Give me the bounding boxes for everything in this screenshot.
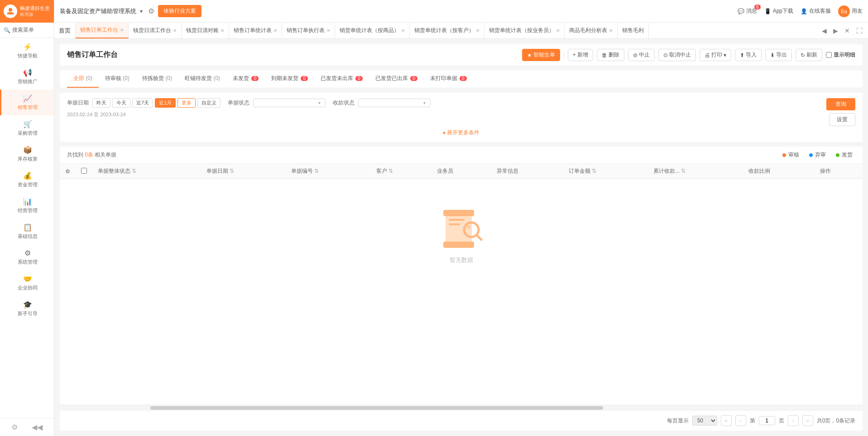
tab-sales-exec[interactable]: 销售订单执行表 ✕ bbox=[282, 23, 335, 38]
filter-setting-btn[interactable]: 设置 bbox=[829, 113, 855, 126]
col-settings[interactable]: ⚙ bbox=[60, 164, 76, 179]
tab-close-icon[interactable]: ✕ bbox=[476, 28, 480, 33]
sidebar-item-quick-nav[interactable]: ⚡ 快捷导航 bbox=[0, 38, 54, 64]
tab-fullscreen-btn[interactable]: ⛶ bbox=[854, 26, 864, 35]
revoke-action[interactable]: 弃审 bbox=[806, 150, 829, 160]
show-details-input[interactable] bbox=[826, 52, 832, 58]
filter-tab-shipped-not-out[interactable]: 已发货未出库 0 bbox=[314, 70, 369, 88]
sidebar-item-enterprise[interactable]: 🤝 企业协同 bbox=[0, 270, 54, 296]
collapse-btn[interactable]: ◀◀ bbox=[32, 423, 43, 431]
yesterday-btn[interactable]: 昨天 bbox=[92, 98, 110, 108]
sidebar-search[interactable]: 🔍 搜索菜单 bbox=[0, 23, 54, 38]
horizontal-scrollbar[interactable] bbox=[60, 405, 863, 410]
today-btn[interactable]: 今天 bbox=[112, 98, 130, 108]
query-btn[interactable]: 查询 bbox=[826, 98, 855, 110]
system-dropdown[interactable]: ▾ bbox=[140, 8, 143, 14]
filter-tab-unprinted[interactable]: 未打印单据 0 bbox=[424, 70, 473, 88]
sidebar-item-sales[interactable]: 📈 销售管理 bbox=[0, 90, 54, 115]
tab-sales-more[interactable]: 销售毛利 bbox=[618, 23, 649, 38]
show-details-checkbox[interactable]: 显示明细 bbox=[826, 51, 855, 59]
export-btn[interactable]: ⬇ 导出 bbox=[765, 49, 792, 61]
expand-conditions-btn[interactable]: ▾ 展开更多条件 bbox=[443, 129, 480, 137]
custom-btn[interactable]: 自定义 bbox=[197, 98, 221, 108]
tab-close-icon[interactable]: ✕ bbox=[173, 28, 177, 33]
tab-prev-btn[interactable]: ◀ bbox=[820, 26, 829, 35]
tab-close-icon[interactable]: ✕ bbox=[326, 28, 330, 33]
last7-btn[interactable]: 近7天 bbox=[132, 98, 153, 108]
message-btn[interactable]: 💬 消息 6 bbox=[738, 7, 757, 15]
sidebar-item-operations[interactable]: 📊 经营管理 bbox=[0, 193, 54, 218]
page-input[interactable] bbox=[759, 416, 775, 425]
last-page-btn[interactable]: » bbox=[802, 415, 813, 426]
tab-close-icon[interactable]: ✕ bbox=[556, 28, 560, 33]
sidebar-item-guide[interactable]: 🎓 新手引导 bbox=[0, 296, 54, 322]
tab-cash-reconcile[interactable]: 钱货日清对账 ✕ bbox=[182, 23, 229, 38]
more-btn[interactable]: 更多 bbox=[177, 98, 196, 108]
add-btn[interactable]: + 新增 bbox=[568, 49, 593, 61]
sidebar-item-marketing[interactable]: 📢 营销推广 bbox=[0, 64, 54, 90]
tab-cash-daily[interactable]: 钱货日清工作台 ✕ bbox=[129, 23, 182, 38]
status-select[interactable]: ▾ bbox=[253, 99, 326, 107]
tab-home[interactable]: 首页 bbox=[54, 23, 76, 38]
filter-tab-pending-check[interactable]: 待拣验货 (0) bbox=[136, 70, 178, 88]
filter-tab-unshipped[interactable]: 未发货 0 bbox=[226, 70, 265, 88]
sort-icon[interactable]: ⇅ bbox=[681, 168, 686, 174]
delete-btn[interactable]: 🗑 删除 bbox=[597, 49, 624, 61]
sort-icon[interactable]: ⇅ bbox=[388, 168, 393, 174]
tab-next-btn[interactable]: ▶ bbox=[831, 26, 840, 35]
online-service-btn[interactable]: 👤 在线客服 bbox=[801, 7, 831, 15]
filter-tab-shipped-out[interactable]: 已发货已出库 0 bbox=[369, 70, 424, 88]
tab-sales-customer-stats[interactable]: 销货单统计表（按客户） ✕ bbox=[410, 23, 484, 38]
sidebar-item-basic-info[interactable]: 📋 基础信息 bbox=[0, 218, 54, 244]
content-area: 销售订单工作台 ★ 智能生单 + 新增 🗑 删除 ⊘ 中止 ⊙ bbox=[54, 39, 868, 436]
tab-close-icon[interactable]: ✕ bbox=[609, 28, 613, 33]
scrollbar-thumb[interactable] bbox=[150, 406, 603, 410]
filter-tab-overdue[interactable]: 到期未发货 0 bbox=[265, 70, 314, 88]
tab-sales-product-stats[interactable]: 销货单统计表（按商品） ✕ bbox=[335, 23, 410, 38]
tab-sales-staff-stats[interactable]: 销货单统计表（按业务员） ✕ bbox=[484, 23, 565, 38]
next-page-btn[interactable]: › bbox=[788, 415, 799, 426]
filter-tab-all[interactable]: 全部 (0) bbox=[67, 70, 99, 88]
ship-action[interactable]: 发货 bbox=[833, 150, 855, 160]
sort-icon[interactable]: ⇅ bbox=[230, 168, 234, 174]
col-checkbox[interactable] bbox=[76, 164, 92, 179]
col-number: 单据编号⇅ bbox=[286, 164, 370, 179]
tab-close-icon[interactable]: ✕ bbox=[401, 28, 405, 33]
last-month-btn[interactable]: 近1月 bbox=[155, 98, 176, 108]
print-btn[interactable]: 🖨 打印 ▾ bbox=[700, 49, 731, 61]
sidebar-item-purchase[interactable]: 🛒 采购管理 bbox=[0, 115, 54, 141]
smart-generate-btn[interactable]: ★ 智能生单 bbox=[522, 49, 560, 61]
filter-tab-wangpu[interactable]: 旺铺待发货 (0) bbox=[178, 70, 226, 88]
import-btn[interactable]: ⬆ 导入 bbox=[735, 49, 762, 61]
refresh-icon: ↻ bbox=[801, 52, 805, 58]
tab-close-all-btn[interactable]: ✕ bbox=[843, 26, 852, 35]
sidebar-item-system[interactable]: ⚙ 系统管理 bbox=[0, 244, 54, 270]
tab-sales-workbench[interactable]: 销售订单工作台 ✕ bbox=[76, 23, 129, 38]
solution-btn[interactable]: 体验行业方案 bbox=[158, 5, 201, 17]
topbar-settings-icon[interactable]: ⚙ bbox=[148, 7, 154, 15]
first-page-btn[interactable]: « bbox=[721, 415, 732, 426]
sidebar-item-finance[interactable]: 💰 资金管理 bbox=[0, 167, 54, 193]
tab-close-icon[interactable]: ✕ bbox=[273, 28, 277, 33]
sidebar-item-inventory[interactable]: 📦 库存核算 bbox=[0, 141, 54, 167]
prev-page-btn[interactable]: ‹ bbox=[735, 415, 746, 426]
enterprise-icon: 🤝 bbox=[23, 275, 32, 283]
tab-margin-analysis[interactable]: 商品毛利分析表 ✕ bbox=[565, 23, 618, 38]
payment-select[interactable]: ▾ bbox=[358, 99, 431, 107]
settings-bottom-btn[interactable]: ⚙ bbox=[11, 423, 18, 431]
sort-icon[interactable]: ⇅ bbox=[314, 168, 319, 174]
tab-sales-stats[interactable]: 销售订单统计表 ✕ bbox=[229, 23, 282, 38]
sort-icon[interactable]: ⇅ bbox=[592, 168, 596, 174]
select-all-checkbox[interactable] bbox=[81, 168, 87, 174]
tab-close-icon[interactable]: ✕ bbox=[120, 28, 124, 33]
filter-tab-pending[interactable]: 待审核 (0) bbox=[99, 70, 136, 88]
page-size-select[interactable]: 50 100 200 bbox=[692, 416, 717, 426]
refresh-btn[interactable]: ↻ 刷新 bbox=[796, 49, 822, 61]
sort-icon[interactable]: ⇅ bbox=[132, 168, 136, 174]
suspend-btn[interactable]: ⊘ 中止 bbox=[628, 49, 655, 61]
app-download-btn[interactable]: 📱 App下载 bbox=[764, 7, 793, 15]
audit-action[interactable]: 审核 bbox=[780, 150, 802, 160]
user-area[interactable]: Ea 用友 bbox=[838, 5, 863, 17]
tab-close-icon[interactable]: ✕ bbox=[221, 28, 224, 33]
cancel-suspend-btn[interactable]: ⊙ 取消中止 bbox=[658, 49, 696, 61]
